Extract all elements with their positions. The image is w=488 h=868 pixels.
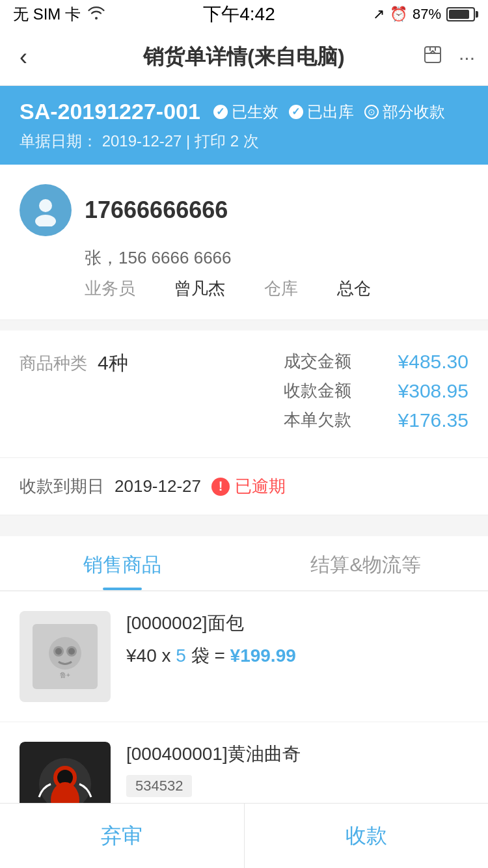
product-total-1: ¥199.99	[230, 645, 296, 666]
amount-row: 成交金额 ¥485.30	[284, 350, 468, 373]
payment-button[interactable]: 收款	[245, 804, 489, 868]
overdue-badge: ! 已逾期	[211, 475, 286, 498]
reject-button[interactable]: 弃审	[0, 804, 245, 868]
wifi-icon	[87, 5, 105, 23]
status-left: 无 SIM 卡	[13, 4, 105, 25]
clock-icon: ⊙	[364, 105, 379, 119]
status-badges: ✓ 已生效 ✓ 已出库 ⊙ 部分收款	[213, 102, 445, 122]
product-price-1: ¥40 x 5 袋 = ¥199.99	[126, 644, 468, 668]
product-info-1: [0000002]面包 ¥40 x 5 袋 = ¥199.99	[126, 611, 468, 668]
received-label: 收款金额	[284, 379, 351, 402]
product-type-label: 商品种类	[20, 352, 87, 375]
svg-point-8	[68, 648, 75, 655]
debt-label: 本单欠款	[284, 409, 351, 431]
salesperson-label: 业务员	[85, 277, 135, 300]
salesperson-value: 曾凡杰	[174, 277, 225, 300]
badge-shipped: ✓ 已出库	[289, 102, 354, 122]
back-button[interactable]: ‹	[13, 37, 34, 77]
status-bar: 无 SIM 卡 下午4:42 ↗ ⏰ 87%	[0, 0, 488, 29]
location-icon: ↗	[373, 6, 385, 23]
svg-point-1	[39, 199, 52, 212]
order-id: SA-20191227-001	[20, 99, 200, 124]
section-divider-1	[0, 320, 488, 331]
customer-row: 17666666666	[20, 184, 468, 236]
debt-value: ¥176.35	[371, 409, 468, 431]
customer-details: 业务员 曾凡杰 仓库 总仓	[20, 277, 468, 300]
product-sku-badge: 534532	[126, 774, 468, 805]
section-divider-2	[0, 515, 488, 526]
svg-point-7	[55, 648, 62, 655]
tab-products[interactable]: 销售商品	[0, 536, 244, 590]
product-qty-1: 5	[176, 645, 186, 666]
badge-partial: ⊙ 部分收款	[364, 102, 445, 122]
product-name-2: [000400001]黄油曲奇	[126, 742, 468, 766]
svg-rect-0	[425, 47, 441, 62]
carrier-text: 无 SIM 卡	[13, 4, 81, 25]
customer-section: 17666666666 张，156 6666 6666 业务员 曾凡杰 仓库 总…	[0, 165, 488, 320]
check-icon-1: ✓	[213, 105, 228, 119]
tab-settlement[interactable]: 结算&物流等	[244, 536, 488, 590]
order-meta: 单据日期： 2019-12-27 | 打印 2 次	[20, 131, 468, 152]
summary-section: 商品种类 4种 成交金额 ¥485.30 收款金额 ¥308.95 本单欠款 ¥…	[0, 331, 488, 458]
amount-value: ¥485.30	[371, 351, 468, 373]
bottom-bar: 弃审 收款	[0, 803, 488, 868]
battery-icon	[446, 7, 475, 21]
check-icon-2: ✓	[289, 105, 303, 119]
nav-actions: ···	[422, 44, 475, 70]
due-date-value: 2019-12-27	[115, 476, 201, 496]
badge-effective: ✓ 已生效	[213, 102, 278, 122]
product-type-value: 4种	[98, 350, 128, 377]
due-label: 收款到期日	[20, 475, 104, 498]
order-header: SA-20191227-001 ✓ 已生效 ✓ 已出库 ⊙ 部分收款 单据日期：…	[0, 86, 488, 165]
svg-text:鲁+: 鲁+	[60, 671, 70, 679]
status-time: 下午4:42	[203, 2, 275, 27]
overdue-icon: !	[211, 478, 230, 496]
due-section: 收款到期日 2019-12-27 ! 已逾期	[0, 458, 488, 515]
summary-right: 成交金额 ¥485.30 收款金额 ¥308.95 本单欠款 ¥176.35	[284, 350, 468, 438]
debt-row: 本单欠款 ¥176.35	[284, 409, 468, 431]
page-title: 销货单详情(来自电脑)	[143, 43, 344, 72]
alarm-icon: ⏰	[390, 6, 407, 23]
more-icon[interactable]: ···	[459, 46, 475, 68]
received-value: ¥308.95	[371, 380, 468, 402]
product-img-1: 鲁+	[20, 611, 111, 702]
share-icon[interactable]	[422, 44, 443, 70]
summary-left: 商品种类 4种	[20, 350, 128, 377]
tabs-section: 销售商品 结算&物流等	[0, 536, 488, 591]
avatar	[20, 184, 72, 236]
customer-name: 张，156 6666 6666	[20, 247, 468, 269]
warehouse-label: 仓库	[264, 277, 298, 300]
amount-label: 成交金额	[284, 350, 351, 373]
warehouse-value: 总仓	[337, 277, 371, 300]
customer-phone: 17666666666	[85, 197, 228, 224]
overdue-text: 已逾期	[235, 475, 286, 498]
status-right: ↗ ⏰ 87%	[373, 6, 475, 23]
received-row: 收款金额 ¥308.95	[284, 379, 468, 402]
product-item-1: 鲁+ [0000002]面包 ¥40 x 5 袋 = ¥199.99	[0, 591, 488, 722]
battery-text: 87%	[413, 6, 441, 23]
svg-point-2	[35, 215, 56, 226]
product-name-1: [0000002]面包	[126, 611, 468, 636]
nav-bar: ‹ 销货单详情(来自电脑) ···	[0, 29, 488, 86]
